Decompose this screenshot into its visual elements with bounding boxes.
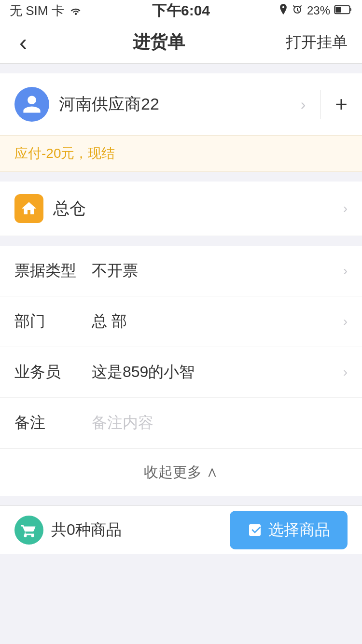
remark-row[interactable]: 备注 备注内容 <box>0 398 362 448</box>
notice-text: 应付-20元，现结 <box>14 146 115 161</box>
salesperson-label: 业务员 <box>14 362 92 383</box>
warehouse-arrow-icon: › <box>343 201 348 216</box>
status-left: 无 SIM 卡 <box>10 2 83 19</box>
supplier-row[interactable]: 河南供应商22 › + <box>0 73 362 135</box>
status-right: 23% <box>279 3 352 18</box>
carrier-text: 无 SIM 卡 <box>10 2 64 19</box>
open-pending-button[interactable]: 打开挂单 <box>286 32 348 53</box>
department-arrow-icon: › <box>343 314 348 329</box>
salesperson-arrow-icon: › <box>343 364 348 380</box>
remark-value[interactable]: 备注内容 <box>92 412 348 434</box>
page-bottom-fill <box>0 554 362 644</box>
section-gap-1 <box>0 64 362 73</box>
wifi-icon <box>69 3 83 18</box>
battery-icon <box>334 4 352 17</box>
section-gap-2 <box>0 172 362 182</box>
select-product-icon <box>247 522 263 538</box>
salesperson-row[interactable]: 业务员 这是859的小智 › <box>0 347 362 398</box>
remark-label: 备注 <box>14 412 92 434</box>
vertical-divider <box>320 90 320 119</box>
form-section: 票据类型 不开票 › 部门 总 部 › 业务员 这是859的小智 › 备注 备注… <box>0 246 362 496</box>
invoice-type-label: 票据类型 <box>14 260 92 281</box>
department-row[interactable]: 部门 总 部 › <box>0 296 362 347</box>
supplier-arrow-icon: › <box>301 96 306 113</box>
department-value: 总 部 <box>92 311 343 332</box>
invoice-type-value: 不开票 <box>92 260 343 281</box>
supplier-name: 河南供应商22 <box>59 93 301 115</box>
bottom-bar: 共0种商品 选择商品 <box>0 505 362 554</box>
warehouse-row[interactable]: 总仓 › <box>0 182 362 236</box>
supplier-avatar <box>14 87 49 122</box>
product-count-icon <box>14 516 43 545</box>
invoice-type-arrow-icon: › <box>343 263 348 279</box>
location-icon <box>279 4 288 17</box>
svg-rect-2 <box>335 7 341 13</box>
warehouse-icon <box>14 194 43 223</box>
invoice-type-row[interactable]: 票据类型 不开票 › <box>0 246 362 296</box>
nav-bar: ‹ 进货单 打开挂单 <box>0 21 362 64</box>
add-supplier-button[interactable]: + <box>335 92 348 116</box>
section-gap-4 <box>0 496 362 505</box>
product-count-area: 共0种商品 <box>14 516 122 545</box>
back-button[interactable]: ‹ <box>14 24 32 60</box>
product-count-text: 共0种商品 <box>51 519 122 541</box>
warehouse-name: 总仓 <box>53 197 343 220</box>
collapse-button[interactable]: 收起更多 ∧ <box>0 448 362 496</box>
status-bar: 无 SIM 卡 下午6:04 23% <box>0 0 362 21</box>
page-title: 进货单 <box>133 30 185 54</box>
section-gap-3 <box>0 236 362 246</box>
select-product-button[interactable]: 选择商品 <box>230 511 348 549</box>
notice-bar: 应付-20元，现结 <box>0 135 362 172</box>
select-product-label: 选择商品 <box>268 519 330 541</box>
alarm-icon <box>292 3 303 18</box>
salesperson-value: 这是859的小智 <box>92 362 343 383</box>
battery-text: 23% <box>307 4 330 17</box>
department-label: 部门 <box>14 311 92 332</box>
status-time: 下午6:04 <box>152 1 210 21</box>
